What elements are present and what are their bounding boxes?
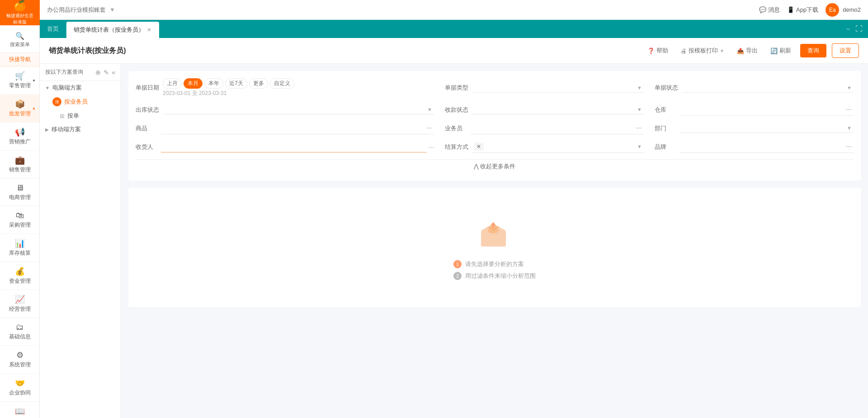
department-label: 部门 — [655, 124, 680, 133]
date-custom-btn[interactable]: 自定义 — [270, 78, 294, 89]
collapse-bar[interactable]: ⋀ 收起更多条件 — [136, 159, 854, 173]
payment-dropdown-icon[interactable]: ▼ — [637, 144, 642, 149]
receive-status-select[interactable]: ▼ — [472, 105, 644, 114]
query-button[interactable]: 查询 — [800, 44, 826, 57]
date-more-btn[interactable]: 更多 — [249, 78, 268, 89]
svg-point-4 — [488, 228, 499, 233]
payment-field: 结算方式 ✕ ▼ — [445, 141, 644, 153]
purchase-label: 采购管理 — [9, 221, 31, 229]
sidebar: 🍊 畅捷通好生意 标准版 🔍 搜索菜单 快捷导航 🛒 零售管理 📦 批发管理 📢… — [0, 0, 40, 418]
sidebar-item-ecommerce[interactable]: 🖥 电商管理 — [0, 179, 39, 206]
sidebar-item-wholesale[interactable]: 📦 批发管理 — [0, 95, 39, 123]
print-button[interactable]: 🖨 按模板打印 ▼ — [677, 45, 728, 57]
tab-expand-button[interactable]: － ⛶ — [839, 24, 868, 34]
bill-type-select[interactable]: ▼ — [472, 83, 644, 93]
ecommerce-icon: 🖥 — [16, 183, 24, 193]
tree-by-order[interactable]: ⊞ 按单 — [40, 109, 121, 123]
goods-input[interactable]: ··· — [161, 122, 434, 134]
edit-scheme-icon[interactable]: ✎ — [104, 69, 109, 76]
filter-form: 单据日期 上月 本月 本年 近7天 更多 自定义 20 — [128, 71, 861, 180]
sidebar-item-sales[interactable]: 💼 销售管理 — [0, 151, 39, 179]
salesperson-input[interactable]: ··· — [470, 122, 644, 134]
date-this-month-btn[interactable]: 本月 — [184, 78, 203, 89]
sidebar-item-retail[interactable]: 🛒 零售管理 — [0, 66, 39, 95]
filter-row-4: 收货人 ··· 结算方式 ✕ ▼ — [136, 141, 854, 153]
page-header: 销货单统计表(按业务员) ❓ 帮助 🖨 按模板打印 ▼ 📤 导出 🔄 刷新 — [40, 38, 868, 64]
user-area[interactable]: Ea demo2 — [826, 3, 861, 17]
salesperson-scheme-icon: 按 — [52, 97, 61, 106]
tab-sales-stats-label: 销货单统计表（按业务员） — [74, 26, 144, 34]
sidebar-item-finance[interactable]: 💰 资金管理 — [0, 262, 39, 290]
sidebar-item-corp[interactable]: 🤝 企业协同 — [0, 374, 39, 402]
message-icon: 💬 — [759, 6, 766, 13]
tree-by-salesperson[interactable]: 按 按业务员 — [40, 95, 121, 109]
retail-icon: 🛒 — [15, 71, 25, 81]
brand-input[interactable]: ··· — [680, 141, 854, 153]
wholesale-icon: 📦 — [15, 99, 25, 109]
sales-label: 销售管理 — [9, 166, 31, 174]
sidebar-item-system[interactable]: ⚙ 系统管理 — [0, 346, 39, 374]
collapse-panel-icon[interactable]: « — [112, 69, 115, 76]
bill-type-field: 单据类型 ▼ — [445, 83, 644, 93]
export-button[interactable]: 📤 导出 — [733, 45, 761, 57]
print-label: 按模板打印 — [689, 47, 718, 55]
export-label: 导出 — [746, 47, 758, 55]
tab-sales-stats[interactable]: 销货单统计表（按业务员） ✕ — [66, 22, 159, 38]
tab-sales-stats-close-icon[interactable]: ✕ — [147, 27, 151, 33]
sidebar-item-marketing[interactable]: 📢 营销推广 — [0, 123, 39, 151]
salesperson-label: 业务员 — [445, 124, 470, 133]
department-select[interactable]: ▼ — [680, 124, 854, 133]
refresh-button[interactable]: 🔄 刷新 — [767, 45, 795, 57]
date-7days-btn[interactable]: 近7天 — [225, 78, 247, 89]
date-label: 单据日期 — [136, 84, 163, 92]
avatar-initials: Ea — [829, 7, 836, 13]
bill-status-label: 单据状态 — [655, 84, 682, 92]
export-icon: 📤 — [737, 48, 744, 54]
app-download-icon: 📱 — [787, 6, 794, 13]
tree-mobile-scheme[interactable]: ▶ 移动端方案 — [40, 123, 121, 136]
out-status-select[interactable]: ▼ — [163, 105, 434, 114]
breadcrumb-arrow-icon[interactable]: ▼ — [109, 6, 115, 13]
main-area: 办公用品行业模拟账套 ▼ 💬 消息 📱 App下载 Ea demo2 首页 — [40, 0, 868, 418]
empty-state: 1 请先选择要分析的方案 2 用过滤条件来缩小分析范围 — [128, 188, 861, 307]
quick-nav-button[interactable]: 快捷导航 — [0, 53, 39, 66]
help-button[interactable]: ❓ 帮助 — [644, 45, 672, 57]
avatar[interactable]: Ea — [826, 3, 839, 17]
receiver-dots-icon[interactable]: ··· — [429, 143, 434, 151]
sidebar-item-base[interactable]: 🗂 基础信息 — [0, 318, 39, 346]
breadcrumb-area: 办公用品行业模拟账套 ▼ — [47, 6, 115, 14]
search-menu-button[interactable]: 🔍 搜索菜单 — [4, 29, 36, 51]
brand-dots-icon: ··· — [846, 142, 852, 151]
sidebar-item-operation[interactable]: 📈 经营管理 — [0, 290, 39, 318]
sidebar-item-purchase[interactable]: 🛍 采购管理 — [0, 206, 39, 234]
by-order-icon: ⊞ — [60, 113, 65, 119]
out-status-dropdown-icon: ▼ — [427, 107, 432, 112]
app-logo[interactable]: 🍊 畅捷通好生意 标准版 — [0, 0, 40, 25]
top-bar-actions: 💬 消息 📱 App下载 Ea demo2 — [759, 3, 861, 17]
tip-1-num: 1 — [453, 260, 462, 268]
tab-minimize-icon[interactable]: － — [844, 24, 852, 34]
tab-maximize-icon[interactable]: ⛶ — [855, 25, 863, 33]
left-panel: 按以下方案查询 ⊕ ✎ « ▼ 电脑端方案 按 按业务员 — [40, 64, 121, 418]
warehouse-input[interactable]: ··· — [680, 104, 854, 116]
refresh-label: 刷新 — [779, 47, 791, 55]
filter-row-1: 单据日期 上月 本月 本年 近7天 更多 自定义 20 — [136, 78, 854, 97]
date-this-year-btn[interactable]: 本年 — [204, 78, 223, 89]
settings-button[interactable]: 设置 — [832, 43, 859, 58]
left-panel-header: 按以下方案查询 ⊕ ✎ « — [40, 64, 121, 81]
warehouse-dots-icon: ··· — [846, 105, 852, 114]
payment-tag-close-icon[interactable]: ✕ — [476, 143, 481, 150]
app-download-button[interactable]: 📱 App下载 — [787, 6, 818, 14]
message-button[interactable]: 💬 消息 — [759, 6, 780, 14]
date-last-month-btn[interactable]: 上月 — [163, 78, 182, 89]
sidebar-item-inventory[interactable]: 📊 库存核算 — [0, 234, 39, 262]
add-scheme-icon[interactable]: ⊕ — [95, 69, 101, 76]
out-status-field: 出库状态 ▼ — [136, 105, 434, 114]
sidebar-item-newbie[interactable]: 📖 新手引导 — [0, 402, 39, 418]
marketing-icon: 📢 — [15, 127, 25, 137]
system-icon: ⚙ — [16, 350, 24, 360]
tree-pc-scheme[interactable]: ▼ 电脑端方案 — [40, 81, 121, 95]
tab-home[interactable]: 首页 — [40, 20, 66, 38]
bill-status-select[interactable]: ▼ — [682, 83, 854, 93]
receiver-input[interactable] — [161, 142, 427, 152]
